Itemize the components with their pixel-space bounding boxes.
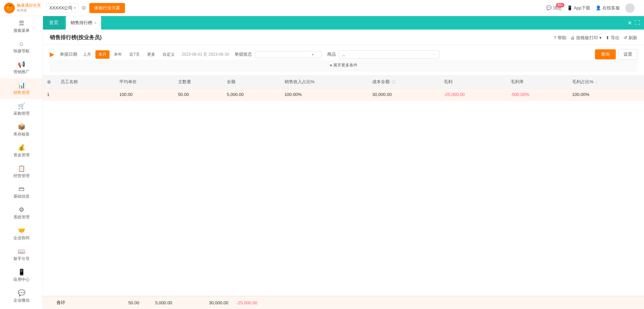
date-year-btn[interactable]: 本年 (111, 50, 125, 59)
sidebar-label-9: 系统管理 (13, 214, 30, 220)
date-prev-month-btn[interactable]: 上月 (80, 50, 94, 59)
sidebar-item-5[interactable]: 📦 库存核算 (0, 120, 43, 141)
col-qty-label: 主数量 (178, 79, 191, 84)
trial-button[interactable]: 体验行业方案 (89, 3, 125, 13)
table-header: ⚙ 员工名称 平均单价 主数量 全额 销售收入占比% 成本全额 ⓘ (43, 75, 644, 89)
expand-row: ▾ 展开更多条件 (50, 60, 637, 71)
refresh-btn[interactable]: ↺ 刷新 (624, 35, 637, 41)
tab-label: 销售排行榜 (71, 20, 92, 26)
cell-qty-0: 50.00 (174, 89, 223, 101)
logo: 🍊 畅康通好生意 标准版 (4, 3, 41, 13)
col-profit-pct-label: 毛利占比% (572, 79, 594, 84)
tab-close-icon[interactable]: × (94, 21, 96, 25)
date-label: 单据日期 (60, 51, 77, 57)
sidebar-item-3[interactable]: 📊 销售管理 (0, 78, 43, 99)
sidebar-icon-9: ⚙ (19, 206, 24, 213)
sidebar-label-1: 快捷导航 (13, 48, 30, 54)
tab-sales-ranking[interactable]: 销售排行榜 × (66, 16, 101, 30)
cell-sales-pct-0: 100.00% (281, 89, 368, 101)
page-header: 销售排行榜(按业务员) ? 帮助 🖨 按模板打印 ▾ ⬆ (43, 30, 644, 45)
logo-icon: 🍊 (4, 3, 15, 13)
col-settings-header[interactable]: ⚙ (43, 75, 56, 89)
footer-profit: -25,000.00 (232, 300, 261, 305)
status-filter: 单据状态 ▾ (234, 51, 322, 58)
tab-close-window-icon[interactable]: ✕ (628, 20, 632, 26)
logo-text: 畅康通好生意 (17, 3, 41, 8)
sidebar-item-4[interactable]: 🛒 采购管理 (0, 99, 43, 120)
date-custom-btn[interactable]: 自定义 (160, 50, 178, 59)
date-7days-btn[interactable]: 近7天 (126, 50, 143, 59)
sidebar-icon-12: 📱 (18, 268, 25, 276)
print-arrow-icon: ▾ (599, 35, 602, 40)
goods-input[interactable]: ... ··· (339, 50, 439, 59)
filter-area: ▶ 单据日期 上月 本月 本年 近7天 更多 自定义 (43, 45, 644, 75)
service-label: 在线客服 (602, 5, 620, 11)
sidebar-item-8[interactable]: 🗃 基础信息 (0, 182, 43, 203)
table-body: 1 100.00 50.00 5,000.00 100.00% 30,000.0… (43, 89, 644, 101)
print-btn[interactable]: 🖨 按模板打印 ▾ (570, 35, 602, 41)
query-button[interactable]: 查询 (595, 49, 616, 59)
tab-maximize-icon[interactable]: ⛶ (635, 20, 640, 26)
sidebar-item-12[interactable]: 📱 应用中心 (0, 265, 43, 286)
data-table: ⚙ 员工名称 平均单价 主数量 全额 销售收入占比% 成本全额 ⓘ (43, 75, 644, 101)
date-range-display: 2023-06-01 至 2023-06-30 (182, 52, 229, 57)
app-download-btn[interactable]: 📱 App下载 (567, 5, 590, 11)
col-sales-pct-label: 销售收入占比% (285, 79, 315, 84)
sidebar-item-9[interactable]: ⚙ 系统管理 (0, 203, 43, 223)
col-sales-pct-header: 销售收入占比% (281, 75, 368, 89)
sidebar-label-2: 营销推广 (13, 69, 30, 75)
col-name-header: 员工名称 (56, 75, 115, 89)
footer-label: 合计 (47, 300, 97, 306)
top-bar: 🍊 畅康通好生意 标准版 XXXXX公司 ▾ ⚙ 体验行业方案 💬 消息 99+… (0, 0, 644, 16)
settings-col-icon: ⚙ (47, 80, 51, 85)
sidebar-icon-10: 🤝 (18, 227, 25, 234)
print-label: 按模板打印 (576, 35, 598, 41)
sidebar-item-0[interactable]: ☰ 搜索菜单 (0, 16, 43, 37)
goods-more-icon: ··· (433, 52, 436, 57)
sidebar-item-7[interactable]: 📋 经营管理 (0, 161, 43, 182)
service-icon: 👤 (596, 5, 601, 10)
sidebar-icon-3: 📊 (18, 82, 25, 89)
set-button[interactable]: 设置 (618, 49, 637, 60)
company-selector[interactable]: XXXXX公司 ▾ (46, 3, 79, 13)
sidebar-label-6: 资金管理 (13, 152, 30, 158)
sidebar-label-10: 企业协同 (13, 235, 30, 241)
expand-more-btn[interactable]: ▾ 展开更多条件 (330, 62, 357, 68)
tab-home[interactable]: 首页 (43, 16, 65, 30)
help-label: 帮助 (558, 35, 566, 41)
sidebar-icon-13: 💬 (18, 289, 25, 297)
table-footer: 合计 50.00 5,000.00 30,000.00 -25,000.00 (43, 296, 644, 309)
sidebar-label-12: 应用中心 (13, 277, 30, 282)
print-icon: 🖨 (570, 35, 575, 40)
sidebar-item-10[interactable]: 🤝 企业协同 (0, 223, 43, 244)
sidebar-item-1[interactable]: ⌂ 快捷导航 (0, 37, 43, 57)
tab-home-label: 首页 (49, 20, 58, 26)
sidebar-item-11[interactable]: 📖 新手引导 (0, 244, 43, 265)
app-label: App下载 (574, 5, 590, 11)
sidebar-item-6[interactable]: 💰 资金管理 (0, 141, 43, 161)
sidebar-item-13[interactable]: 💬 企业微信 (0, 286, 43, 307)
help-btn[interactable]: ? 帮助 (554, 35, 566, 41)
message-badge: 99+ (556, 3, 564, 7)
sidebar-icon-8: 🗃 (18, 186, 25, 193)
cost-help-icon[interactable]: ⓘ (392, 80, 395, 84)
footer-qty: 50.00 (124, 300, 151, 305)
status-select[interactable]: ▾ (255, 51, 322, 58)
message-btn[interactable]: 💬 消息 99+ (546, 5, 562, 11)
expand-label: 展开更多条件 (333, 62, 357, 68)
date-more-btn[interactable]: 更多 (144, 50, 158, 59)
cell-rank-0: 1 (43, 89, 56, 101)
filter-toggle-icon[interactable]: ▶ (50, 51, 54, 58)
online-service-btn[interactable]: 👤 在线客服 (596, 5, 620, 11)
status-select-arrow-icon: ▾ (312, 53, 313, 56)
profit-pct-sort-icon[interactable]: ↕ (595, 80, 597, 84)
sidebar-item-14[interactable]: V 畅会员 (0, 307, 43, 309)
export-btn[interactable]: ⬆ 导出 (606, 35, 619, 41)
avatar[interactable] (625, 3, 635, 13)
top-settings-icon[interactable]: ⚙ (81, 5, 86, 11)
cell-total-0: 5,000.00 (223, 89, 281, 101)
sidebar-label-8: 基础信息 (13, 194, 30, 199)
sidebar-label-0: 搜索菜单 (13, 28, 30, 34)
sidebar-item-2[interactable]: 📢 营销推广 (0, 57, 43, 78)
date-current-month-btn[interactable]: 本月 (95, 50, 110, 59)
